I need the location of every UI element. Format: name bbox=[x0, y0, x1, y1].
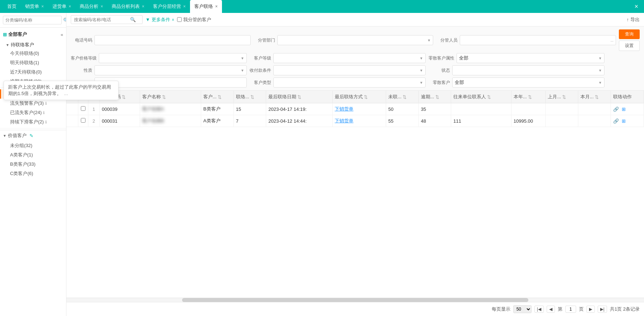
value-customers-group[interactable]: ▼ 价值客户 ✎ bbox=[0, 130, 66, 141]
column-this-year[interactable]: 本年...⇅ bbox=[511, 91, 545, 103]
sidebar-item-tomorrow-pending[interactable]: 明天待联络(1) bbox=[0, 58, 66, 67]
prev-page-button[interactable]: ◀ bbox=[547, 306, 555, 313]
last-page-button[interactable]: ▶| bbox=[598, 306, 607, 313]
customer-level-input[interactable]: ▼ bbox=[273, 53, 426, 63]
status-input[interactable]: ▼ bbox=[452, 65, 604, 75]
retail-attr-input[interactable]: 全部 ▼ bbox=[457, 53, 604, 63]
query-button[interactable]: 查询 bbox=[619, 29, 640, 39]
column-last-contact-date[interactable]: 最后联络日期⇅ bbox=[266, 91, 333, 103]
row1-more-icon[interactable]: ⊞ bbox=[622, 107, 626, 112]
payment-terms-input[interactable]: ▼ bbox=[273, 65, 426, 75]
sort-icon-this-month: ⇅ bbox=[595, 94, 599, 100]
row1-this-month bbox=[578, 103, 611, 115]
sidebar-item-a-class[interactable]: A类客户(1) bbox=[0, 150, 66, 160]
sort-icon-last-month: ⇅ bbox=[562, 94, 566, 100]
row2-checkbox[interactable] bbox=[78, 115, 88, 127]
per-page-select[interactable]: 50 100 200 bbox=[513, 305, 532, 313]
close-customer-contact-icon[interactable]: × bbox=[215, 4, 218, 9]
my-customers-checkbox-label[interactable]: 我分管的客户 bbox=[177, 16, 211, 23]
nav-purchase[interactable]: 进货单 × bbox=[48, 0, 75, 13]
row1-checkbox[interactable] bbox=[78, 103, 88, 115]
column-contact-person[interactable]: 往来单位联系人⇅ bbox=[451, 91, 511, 103]
row1-name[interactable]: 客户名称A bbox=[140, 103, 201, 115]
nav-sales[interactable]: 销货单 × bbox=[21, 0, 48, 13]
group-pending-contact[interactable]: ▼ 待联络客户 bbox=[0, 40, 66, 49]
sidebar-search-icon[interactable]: 🔍 bbox=[63, 18, 66, 23]
row1-last-method[interactable]: 下销货单 bbox=[332, 103, 386, 115]
settings-button[interactable]: 设置 bbox=[619, 41, 640, 51]
nav-home[interactable]: 首页 bbox=[3, 0, 21, 13]
retail-customer-dropdown-icon: ▼ bbox=[598, 81, 602, 85]
col-name-label: 客户名称 bbox=[142, 94, 161, 100]
price-level-label: 客户价格等级 bbox=[71, 55, 97, 61]
first-page-button[interactable]: |◀ bbox=[534, 306, 544, 313]
retail-attr-label: 零散客户属性 bbox=[428, 55, 454, 61]
sidebar-item-today-pending[interactable]: 今天待联络(0) bbox=[0, 49, 66, 58]
row2-code[interactable]: 000031 bbox=[99, 115, 140, 127]
sidebar-search-input[interactable] bbox=[3, 16, 62, 24]
sidebar-collapse-icon[interactable]: « bbox=[61, 32, 63, 37]
row1-code[interactable]: 000039 bbox=[99, 103, 140, 115]
dept-input[interactable]: ▼ bbox=[277, 35, 434, 45]
sidebar-item-declining[interactable]: 持续下滑客户(2) ℹ bbox=[0, 117, 66, 127]
sort-icon-contact-person: ⇅ bbox=[487, 94, 491, 100]
retail-customer-input[interactable]: 全部 ▼ bbox=[452, 77, 604, 88]
sidebar-item-7days-pending[interactable]: 近7天待联络(0) bbox=[0, 67, 66, 77]
row1-link-icon[interactable]: 🔗 bbox=[613, 107, 619, 112]
filter-customer-type: 客户类型 ▼ bbox=[250, 77, 426, 88]
next-page-button[interactable]: ▶ bbox=[587, 306, 595, 313]
nav-product-analysis[interactable]: 商品分析 × bbox=[75, 0, 107, 13]
price-level-input[interactable]: ▼ bbox=[99, 53, 247, 63]
filter-dept: 分管部门 ▼ bbox=[254, 35, 434, 45]
row2-link-icon[interactable]: 🔗 bbox=[613, 118, 619, 124]
horizontal-scrollbar-thumb[interactable] bbox=[182, 298, 529, 302]
more-conditions-button[interactable]: ▼ 更多条件 ∧ bbox=[145, 16, 174, 23]
column-last-month[interactable]: 上月...⇅ bbox=[546, 91, 578, 103]
column-last-contact-method[interactable]: 最后联络方式⇅ bbox=[332, 91, 386, 103]
nature-input[interactable]: ▼ bbox=[94, 65, 247, 75]
column-uncontacted[interactable]: 未联...⇅ bbox=[386, 91, 419, 103]
row2-last-method[interactable]: 下销货单 bbox=[332, 115, 386, 127]
row2-type: A类客户 bbox=[201, 115, 234, 127]
search-icon[interactable]: 🔍 bbox=[130, 17, 136, 22]
close-product-list-icon[interactable]: × bbox=[142, 4, 144, 9]
column-overdue[interactable]: 逾期...⇅ bbox=[418, 91, 451, 103]
close-purchase-icon[interactable]: × bbox=[69, 4, 71, 9]
column-name[interactable]: 客户名称⇅ bbox=[140, 91, 201, 103]
close-all-tabs-button[interactable]: × bbox=[631, 3, 641, 10]
export-button[interactable]: ↑ 导出 bbox=[627, 16, 640, 23]
row2-select-checkbox[interactable] bbox=[81, 118, 85, 123]
filter-row-1: 电话号码 分管部门 ▼ 分管人员 ... 查询 设置 bbox=[71, 29, 640, 51]
sidebar-item-c-class[interactable]: C类客户(6) bbox=[0, 169, 66, 178]
search-input[interactable] bbox=[74, 17, 128, 22]
my-customers-checkbox[interactable] bbox=[177, 17, 182, 22]
main-layout: 🔍 ⊞ 全部客户 « ▼ 待联络客户 今天待联络(0) 明天待联络(1) 近7天… bbox=[0, 13, 644, 316]
nav-customer-tier[interactable]: 客户分层经营 × bbox=[149, 0, 190, 13]
manager-input[interactable]: ... bbox=[460, 35, 616, 45]
edit-icon[interactable]: ✎ bbox=[29, 133, 33, 138]
row1-select-checkbox[interactable] bbox=[81, 106, 85, 111]
all-customers-node[interactable]: ⊞ 全部客户 « bbox=[0, 29, 66, 40]
sidebar-item-churned[interactable]: 已流失客户(24) ℹ bbox=[0, 108, 66, 117]
row2-name[interactable]: 客户名称B bbox=[140, 115, 201, 127]
customer-type-input[interactable]: ▼ bbox=[273, 77, 426, 88]
current-page-input[interactable] bbox=[565, 306, 576, 313]
column-this-month[interactable]: 本月...⇅ bbox=[578, 91, 611, 103]
column-contact[interactable]: 联络...⇅ bbox=[233, 91, 266, 103]
search-box: 🔍 bbox=[71, 15, 143, 24]
column-type[interactable]: 客户...⇅ bbox=[201, 91, 234, 103]
close-sales-icon[interactable]: × bbox=[41, 4, 44, 9]
close-product-analysis-icon[interactable]: × bbox=[101, 4, 103, 9]
sidebar-item-ungrouped[interactable]: 未分组(32) bbox=[0, 141, 66, 150]
row2-contact-person: 111 bbox=[451, 115, 511, 127]
close-customer-tier-icon[interactable]: × bbox=[183, 4, 186, 9]
nav-product-analysis-list[interactable]: 商品分析列表 × bbox=[107, 0, 149, 13]
nav-customer-contact[interactable]: 客户联络 × bbox=[190, 0, 222, 13]
row2-more-icon[interactable]: ⊞ bbox=[622, 118, 626, 124]
horizontal-scrollbar[interactable] bbox=[66, 298, 644, 302]
row2-overdue: 48 bbox=[418, 115, 451, 127]
sidebar-item-b-class[interactable]: B类客户(33) bbox=[0, 160, 66, 169]
col-last-month-label: 上月... bbox=[548, 94, 561, 100]
phone-input[interactable] bbox=[94, 35, 251, 45]
dept-label: 分管部门 bbox=[254, 37, 275, 43]
